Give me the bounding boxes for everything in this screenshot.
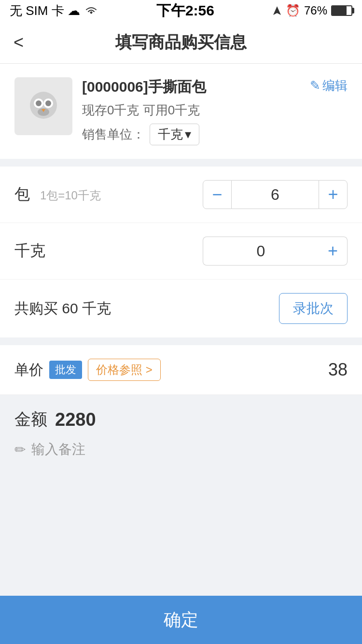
kg-row: 千克 +	[0, 223, 362, 280]
battery-icon	[331, 5, 352, 16]
confirm-button[interactable]: 确定	[164, 608, 198, 632]
edit-button[interactable]: ✎ 编辑	[310, 77, 348, 94]
svg-point-4	[45, 100, 51, 106]
product-info: [0000006]手撕面包 ✎ 编辑 现存0千克 可用0千克 销售单位： 千克 …	[82, 77, 348, 145]
product-unit-row: 销售单位： 千克 ▾	[82, 124, 348, 145]
remark-row[interactable]: ✏ 输入备注	[14, 440, 348, 459]
pack-increase-button[interactable]: +	[319, 180, 348, 209]
status-left: 无 SIM 卡 ☁	[10, 2, 98, 19]
summary-row: 共购买 60 千克 录批次	[0, 280, 362, 337]
page-title: 填写商品购买信息	[115, 31, 247, 54]
batch-button[interactable]: 录批次	[279, 293, 348, 324]
status-right: ⏰ 76%	[272, 4, 352, 17]
pack-row: 包 1包=10千克 − +	[0, 167, 362, 223]
amount-row: 金额 2280	[14, 408, 348, 431]
content: [0000006]手撕面包 ✎ 编辑 现存0千克 可用0千克 销售单位： 千克 …	[0, 64, 362, 596]
pack-label: 包 1包=10千克	[14, 184, 203, 205]
no-sim-label: 无 SIM 卡 ☁	[10, 2, 80, 19]
kg-label: 千克	[14, 240, 203, 262]
battery-percent: 76%	[304, 4, 327, 17]
kg-controls: +	[203, 237, 348, 266]
product-name: [0000006]手撕面包	[82, 77, 310, 97]
price-ref-button[interactable]: 价格参照 >	[88, 359, 161, 381]
status-time: 下午2:56	[156, 1, 214, 21]
product-image	[14, 77, 72, 135]
edit-label: 编辑	[322, 77, 348, 94]
dropdown-icon: ▾	[185, 127, 191, 142]
alarm-icon: ⏰	[286, 4, 300, 17]
pack-input[interactable]	[232, 180, 319, 209]
price-left: 单价 批发 价格参照 >	[14, 359, 161, 381]
location-icon	[272, 5, 282, 16]
product-stock: 现存0千克 可用0千克	[82, 102, 348, 119]
wifi-icon	[84, 5, 98, 16]
status-bar: 无 SIM 卡 ☁ 下午2:56 ⏰ 76%	[0, 0, 362, 21]
product-name-row: [0000006]手撕面包 ✎ 编辑	[82, 77, 348, 97]
price-section: 单价 批发 价格参照 > 38	[0, 345, 362, 395]
amount-section: 金额 2280 ✏ 输入备注	[0, 395, 362, 596]
amount-value: 2280	[55, 409, 96, 430]
price-label: 单价	[14, 360, 43, 380]
price-tag: 批发	[49, 361, 82, 379]
pencil-icon: ✏	[14, 442, 26, 458]
remark-placeholder: 输入备注	[31, 440, 85, 459]
separator-1	[0, 337, 362, 345]
footer[interactable]: 确定	[0, 596, 362, 644]
edit-icon: ✎	[310, 78, 320, 93]
unit-select[interactable]: 千克 ▾	[150, 124, 199, 145]
price-value: 38	[328, 360, 348, 380]
svg-point-3	[36, 100, 42, 106]
unit-label: 销售单位：	[82, 126, 145, 143]
kg-increase-button[interactable]: +	[319, 237, 348, 266]
product-card: [0000006]手撕面包 ✎ 编辑 现存0千克 可用0千克 销售单位： 千克 …	[0, 64, 362, 159]
quantity-section: 包 1包=10千克 − + 千克 +	[0, 167, 362, 280]
pack-decrease-button[interactable]: −	[203, 180, 232, 209]
unit-value: 千克	[158, 126, 183, 143]
amount-label: 金额	[14, 408, 47, 431]
pack-hint: 1包=10千克	[40, 189, 101, 202]
back-button[interactable]: <	[14, 32, 24, 53]
pack-controls: − +	[203, 180, 348, 209]
summary-text: 共购买 60 千克	[14, 299, 111, 319]
nav-bar: < 填写商品购买信息	[0, 21, 362, 64]
kg-input[interactable]	[203, 237, 319, 266]
